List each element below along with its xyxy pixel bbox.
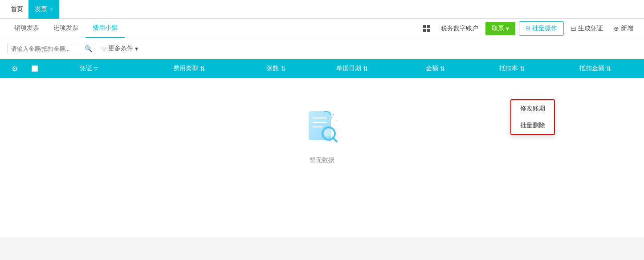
add-button[interactable]: ⊕ 新增 [610, 22, 637, 35]
svg-text:✦: ✦ [332, 113, 335, 117]
take-ticket-chevron-icon: ▾ [506, 25, 509, 32]
batch-op-icon: ⊞ [526, 25, 530, 32]
search-input-wrap[interactable]: 🔍 [7, 43, 96, 54]
search-icon: 🔍 [85, 45, 92, 52]
empty-text: 暂无数据 [310, 156, 334, 164]
th-deduct-rate: 抵扣率 ⇅ [474, 65, 550, 73]
batch-op-dropdown: 修改账期 批量删除 [510, 99, 555, 135]
search-input[interactable] [11, 45, 82, 52]
batch-op-button[interactable]: ⊞ 批量操作 [519, 21, 564, 36]
dropdown-item-modify-period[interactable]: 修改账期 [511, 100, 554, 117]
svg-point-6 [324, 129, 332, 137]
add-icon: ⊕ [614, 25, 619, 32]
th-checkbox[interactable] [26, 65, 44, 72]
empty-illustration: ✦ ✦ [300, 105, 344, 149]
tax-account-button[interactable]: 税务数字账户 [437, 24, 482, 32]
add-label: 新增 [621, 24, 633, 32]
svg-text:✦: ✦ [335, 119, 338, 122]
gen-voucher-button[interactable]: ⊟ 生成凭证 [567, 22, 607, 35]
home-tab[interactable]: 首页 [5, 5, 29, 13]
tab-expense-receipt[interactable]: 费用小票 [86, 19, 125, 38]
sort-icon-deduct-rate[interactable]: ⇅ [520, 65, 525, 72]
sort-icon-date[interactable]: ⇅ [363, 65, 368, 72]
sub-tabs-left: 销项发票 进项发票 费用小票 [7, 19, 125, 38]
th-settings[interactable]: ⚙ [4, 65, 26, 73]
th-count: 张数 ⇅ [245, 65, 307, 73]
invoice-tab-label: 发票 [35, 5, 47, 13]
more-filter-label: 更多条件 [108, 45, 133, 53]
qr-icon [423, 25, 430, 32]
more-filter-chevron-icon: ▾ [135, 45, 138, 52]
filter-bar: 🔍 ▽ 更多条件 ▾ [0, 38, 644, 59]
filter-icon: ▽ [102, 45, 106, 52]
invoice-tab[interactable]: 发票 × [29, 0, 59, 19]
top-nav: 首页 发票 × [0, 0, 644, 19]
sub-tabs-right: 税务数字账户 取票 ▾ ⊞ 批量操作 ⊟ 生成凭证 ⊕ 新增 [420, 21, 637, 36]
th-deduct-amount: 抵扣金额 ⇅ [550, 65, 640, 73]
batch-op-label: 批量操作 [532, 24, 557, 32]
main-content: ⚙ 凭证 ▽ 费用类型 ⇅ 张数 ⇅ 单据日期 ⇅ 金额 ⇅ 抵扣率 ⇅ [0, 59, 644, 237]
th-date: 单据日期 ⇅ [307, 65, 398, 73]
th-expense-type: 费用类型 ⇅ [134, 65, 245, 73]
th-amount: 金额 ⇅ [398, 65, 474, 73]
svg-line-7 [333, 138, 337, 142]
dropdown-item-batch-delete[interactable]: 批量删除 [511, 117, 554, 134]
select-all-checkbox[interactable] [32, 65, 38, 72]
gen-voucher-icon: ⊟ [571, 25, 576, 32]
take-ticket-button[interactable]: 取票 ▾ [485, 22, 515, 35]
take-ticket-label: 取票 [492, 24, 504, 32]
filter-icon-voucher[interactable]: ▽ [94, 66, 98, 72]
table-header: ⚙ 凭证 ▽ 费用类型 ⇅ 张数 ⇅ 单据日期 ⇅ 金额 ⇅ 抵扣率 ⇅ [0, 59, 644, 78]
sub-tabs-bar: 销项发票 进项发票 费用小票 税务数字账户 取票 ▾ ⊞ 批量操作 ⊟ [0, 19, 644, 38]
tab-sales-invoice[interactable]: 销项发票 [7, 19, 46, 38]
more-filter-button[interactable]: ▽ 更多条件 ▾ [102, 45, 138, 53]
close-icon[interactable]: × [50, 6, 53, 12]
th-voucher: 凭证 ▽ [44, 65, 134, 73]
gen-voucher-label: 生成凭证 [578, 24, 603, 32]
tab-input-invoice[interactable]: 进项发票 [46, 19, 86, 38]
gear-icon: ⚙ [12, 65, 18, 73]
sort-icon-count[interactable]: ⇅ [281, 65, 286, 72]
sort-icon-amount[interactable]: ⇅ [440, 65, 445, 72]
sort-icon-expense-type[interactable]: ⇅ [200, 65, 205, 72]
sort-icon-deduct-amount[interactable]: ⇅ [606, 65, 611, 72]
qr-code-button[interactable] [420, 21, 434, 36]
